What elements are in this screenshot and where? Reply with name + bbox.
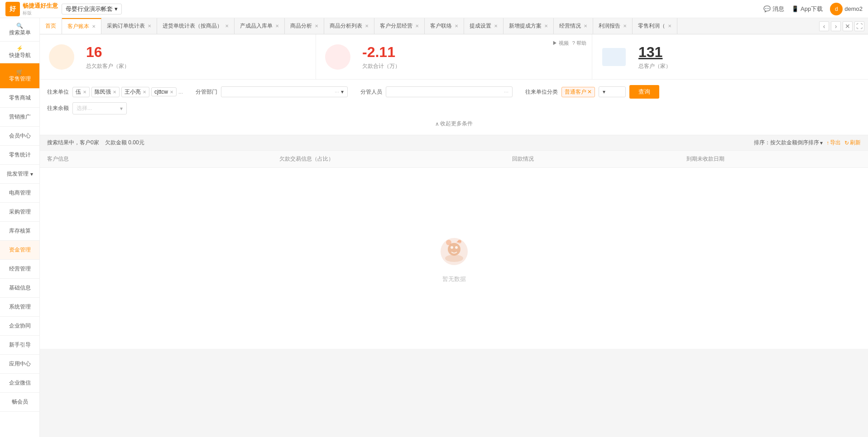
- tab-close-retail-profit[interactable]: ✕: [668, 24, 671, 28]
- collapse-button[interactable]: ∧ 收起更多条件: [47, 120, 861, 128]
- stat-customers-label: 总欠款客户（家）: [86, 62, 129, 70]
- sidebar-item-finance[interactable]: 资金管理: [0, 241, 39, 260]
- refresh-button[interactable]: ↻ 刷新: [844, 139, 861, 147]
- unit-tag-more[interactable]: ...: [178, 89, 183, 95]
- sidebar-item-wholesale-mgmt[interactable]: 批发管理 ▾: [0, 165, 39, 184]
- sidebar-item-enterprise-wechat[interactable]: 企业微信: [0, 374, 39, 393]
- unit-tag-1-close[interactable]: ✕: [113, 90, 116, 95]
- tab-close-profit-report[interactable]: ✕: [623, 24, 627, 28]
- tab-promotion-settings[interactable]: 提成设置 ✕: [464, 18, 504, 34]
- tab-close-product-analysis-list[interactable]: ✕: [365, 24, 369, 28]
- unit-tag-2[interactable]: 王小亮 ✕: [121, 87, 149, 97]
- help-link[interactable]: ? 帮助: [572, 40, 586, 47]
- unit-tag-0-close[interactable]: ✕: [83, 90, 86, 95]
- sidebar-item-marketing[interactable]: 营销推广: [0, 108, 39, 127]
- tab-profit-report[interactable]: 利润报告 ✕: [593, 18, 633, 34]
- message-icon: 💬: [763, 5, 771, 12]
- tab-home[interactable]: 首页: [40, 18, 62, 34]
- tab-close-production-inbound[interactable]: ✕: [275, 24, 279, 28]
- tab-close-customer-contact[interactable]: ✕: [455, 24, 458, 28]
- sidebar-item-app-center[interactable]: 应用中心: [0, 355, 39, 374]
- tab-close-customer-tier[interactable]: ✕: [415, 24, 419, 28]
- category-select[interactable]: ▾: [599, 86, 626, 97]
- unit-tag-1[interactable]: 陈民强 ✕: [91, 87, 120, 97]
- sidebar-item-search[interactable]: 🔍 搜索菜单: [0, 18, 39, 42]
- sidebar-item-basic-info[interactable]: 基础信息: [0, 279, 39, 298]
- svg-point-13: [446, 240, 451, 245]
- sidebar-item-ecommerce[interactable]: 电商管理: [0, 184, 39, 203]
- sidebar-item-operations[interactable]: 经营管理: [0, 260, 39, 279]
- unit-tag-0[interactable]: 伍 ✕: [72, 87, 90, 97]
- message-button[interactable]: 💬 消息: [763, 5, 784, 13]
- video-link[interactable]: ▶ 视频: [552, 40, 569, 47]
- tab-close-product-analysis[interactable]: ✕: [315, 24, 318, 28]
- tab-close-business-status[interactable]: ✕: [584, 24, 587, 28]
- sidebar-item-new-guide[interactable]: 新手引导: [0, 336, 39, 355]
- category-tag[interactable]: 普通客户 ✕: [561, 87, 595, 97]
- svg-text:¥: ¥: [58, 51, 65, 63]
- tab-close-promotion-settings[interactable]: ✕: [494, 24, 498, 28]
- tab-prev-button[interactable]: ‹: [819, 21, 829, 31]
- table-header: 客户信息 欠款交易信息（占比） 回款情况 到期未收款日期: [40, 151, 868, 168]
- tab-inbound-stats[interactable]: 进货单统计表（按商品） ✕: [157, 18, 235, 34]
- retail-icon: 🛒: [0, 69, 39, 75]
- category-tag-close[interactable]: ✕: [587, 89, 592, 95]
- tab-customer-tier[interactable]: 客户分层经营 ✕: [374, 18, 425, 34]
- sidebar-item-retail-mall[interactable]: 零售商城: [0, 89, 39, 108]
- sidebar-item-purchase[interactable]: 采购管理: [0, 203, 39, 222]
- sidebar-item-pro-member[interactable]: 畅会员: [0, 393, 39, 412]
- tab-close-inbound-stats[interactable]: ✕: [225, 24, 229, 28]
- sidebar-item-quick-nav[interactable]: ⚡ 快捷导航: [0, 42, 39, 63]
- tab-next-button[interactable]: ›: [831, 21, 841, 31]
- tab-customer-account[interactable]: 客户账本 ✕: [62, 18, 101, 34]
- query-button[interactable]: 查询: [629, 85, 659, 99]
- unit-tag-3[interactable]: cjttcw ✕: [151, 87, 177, 96]
- tab-product-analysis[interactable]: 商品分析 ✕: [285, 18, 324, 34]
- sidebar-item-system[interactable]: 系统管理: [0, 298, 39, 317]
- balance-input[interactable]: 选择... ▾: [72, 102, 127, 114]
- sidebar-item-retail-mgmt[interactable]: 🛒 零售管理: [0, 63, 39, 89]
- tab-close-purchase-order[interactable]: ✕: [148, 24, 151, 28]
- main-layout: 🔍 搜索菜单 ⚡ 快捷导航 🛒 零售管理 零售商城 营销推广 会员中心 零售统计…: [0, 18, 868, 437]
- unit-tag-2-close[interactable]: ✕: [143, 90, 146, 95]
- stat-customers-text: 16 总欠款客户（家）: [86, 43, 129, 70]
- svg-rect-7: [619, 51, 623, 63]
- tab-customer-contact[interactable]: 客户联络 ✕: [425, 18, 464, 34]
- nav-icon: ⚡: [0, 45, 39, 52]
- person-select[interactable]: ···: [386, 86, 513, 97]
- user-avatar[interactable]: d demo2: [830, 3, 863, 15]
- dept-select[interactable]: ··· ▾: [221, 86, 348, 97]
- sidebar-item-member-center[interactable]: 会员中心: [0, 127, 39, 146]
- topbar: 好 畅捷通好生意 标版 母婴行业演示帐套 ▾ 💬 消息 📱 App下载 d de…: [0, 0, 868, 18]
- tab-product-analysis-list[interactable]: 商品分析列表 ✕: [324, 18, 374, 34]
- stat-item-total: 131 总客户（家）: [592, 34, 868, 79]
- tab-business-status[interactable]: 经营情况 ✕: [554, 18, 593, 34]
- col-repayment: 回款情况: [512, 155, 686, 163]
- tab-close-customer-account[interactable]: ✕: [92, 24, 96, 29]
- tab-production-inbound[interactable]: 产成品入库单 ✕: [235, 18, 285, 34]
- stat-amount-label: 欠款合计（万）: [362, 62, 400, 70]
- sort-select[interactable]: 排序：按欠款金额倒序排序 ▾: [754, 139, 823, 147]
- enterprise-select[interactable]: 母婴行业演示帐套 ▾: [62, 4, 122, 14]
- filter-area: 往来单位 伍 ✕ 陈民强 ✕ 王小亮 ✕: [40, 80, 868, 135]
- app-download-button[interactable]: 📱 App下载: [791, 5, 823, 13]
- sidebar-item-retail-stats[interactable]: 零售统计: [0, 146, 39, 165]
- sidebar-item-enterprise-collab[interactable]: 企业协同: [0, 317, 39, 336]
- tab-close-all-button[interactable]: ✕: [843, 21, 853, 31]
- tab-close-new-promotion[interactable]: ✕: [544, 24, 548, 28]
- tab-maximize-button[interactable]: ⛶: [854, 21, 864, 31]
- logo-area: 好 畅捷通好生意 标版: [5, 2, 58, 16]
- tab-purchase-order[interactable]: 采购订单统计表 ✕: [101, 18, 157, 34]
- unit-tag-3-close[interactable]: ✕: [170, 90, 173, 95]
- col-due-date: 到期未收款日期: [686, 155, 861, 163]
- person-select-more: ···: [504, 89, 508, 95]
- stat-amount-value: -2.11: [362, 43, 400, 61]
- collapse-row: ∧ 收起更多条件: [47, 118, 861, 129]
- sidebar-item-inventory[interactable]: 库存核算: [0, 222, 39, 241]
- chevron-down-icon-bal: ▾: [120, 105, 123, 112]
- tab-retail-profit[interactable]: 零售利润（ ✕: [633, 18, 677, 34]
- export-button[interactable]: ↑ 导出: [826, 139, 841, 147]
- tab-new-promotion[interactable]: 新增提成方案 ✕: [504, 18, 554, 34]
- table-body: 暂无数据: [40, 168, 868, 349]
- chevron-down-icon-cat: ▾: [603, 89, 605, 95]
